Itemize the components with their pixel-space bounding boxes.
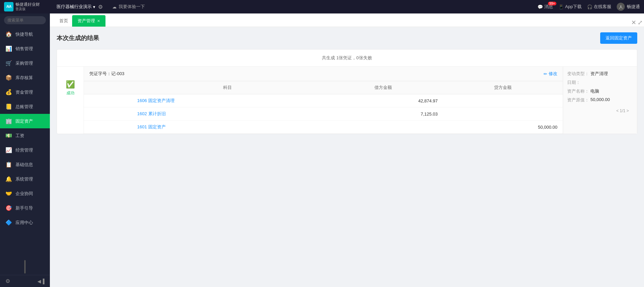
enterprise-icon: 🤝 <box>5 190 12 197</box>
trial-button[interactable]: ☁ 我要体验一下 <box>112 4 145 10</box>
messages-button[interactable]: 💬 消息 99+ <box>538 4 553 10</box>
page-content: 本次生成的结果 返回固定资产 共生成 1张凭证，0张失败 ✅ 成功 <box>50 27 644 287</box>
expand-panel-button[interactable]: ⤢ <box>638 19 643 26</box>
edit-icon: ✏ <box>544 71 547 76</box>
sidebar-item-general-ledger[interactable]: 📒 总账管理 <box>0 99 50 114</box>
chevron-down-icon: ▾ <box>93 4 95 9</box>
operations-icon: 📈 <box>5 147 12 153</box>
collapse-icon[interactable]: ◀▐ <box>37 279 44 284</box>
purchase-icon: 🛒 <box>5 60 12 66</box>
subject-cell-3[interactable]: 1601 固定资产 <box>132 121 323 134</box>
sidebar: 🏠 快捷导航 📊 销售管理 🛒 采购管理 📦 库存核算 💰 资金管理 📒 <box>0 13 50 287</box>
sidebar-scrollbar-thumb <box>24 260 26 274</box>
close-panel-button[interactable]: ✕ <box>631 19 636 26</box>
edit-button[interactable]: ✏ 修改 <box>544 71 557 77</box>
voucher-number: 凭证字号：记-003 <box>89 71 124 77</box>
settings-icon[interactable]: ⚙ <box>98 4 103 10</box>
voucher-header: 凭证字号：记-003 ✏ 修改 <box>84 67 563 81</box>
status-label: 成功 <box>66 90 74 96</box>
field-asset-name: 资产名称： 电脑 <box>567 88 633 94</box>
page-title: 本次生成的结果 <box>57 34 99 42</box>
cloud-icon: ☁ <box>112 4 117 9</box>
voucher-sidebar: 变动类型： 资产清理 日期： 资产名称： 电脑 资产原值： <box>563 67 637 134</box>
table-row: 1602 累计折旧 7,125.03 <box>84 107 563 121</box>
tabbar: 首页 资产管理 ✕ <box>50 13 644 27</box>
tab-close-icon[interactable]: ✕ <box>97 19 100 23</box>
debit-cell-1: 42,874.97 <box>324 94 443 107</box>
user-menu[interactable]: 人 畅捷通 <box>617 3 640 11</box>
sidebar-item-capital[interactable]: 💰 资金管理 <box>0 85 50 99</box>
headset-icon: 🎧 <box>587 4 592 9</box>
sidebar-nav: 🏠 快捷导航 📊 销售管理 🛒 采购管理 📦 库存核算 💰 资金管理 📒 <box>0 27 50 259</box>
company-selector[interactable]: 医疗器械行业演示 ▾ <box>57 4 95 10</box>
tab-asset-mgmt[interactable]: 资产管理 ✕ <box>72 15 105 27</box>
field-change-type: 变动类型： 资产清理 <box>567 71 633 77</box>
table-row: 1606 固定资产清理 42,874.97 <box>84 94 563 107</box>
debit-cell-3 <box>324 121 443 134</box>
sales-icon: 📊 <box>5 45 12 52</box>
system-icon: 🔔 <box>5 176 12 182</box>
voucher-main: 凭证字号：记-003 ✏ 修改 科目 借方金额 <box>84 67 563 134</box>
phone-icon: 📱 <box>558 4 564 9</box>
inventory-icon: 📦 <box>5 74 12 81</box>
status-column: ✅ 成功 <box>57 67 84 134</box>
credit-cell-3: 50,000.00 <box>443 121 563 134</box>
sidebar-item-inventory[interactable]: 📦 库存核算 <box>0 70 50 85</box>
panel-controls: ✕ ⤢ <box>631 19 643 26</box>
sidebar-item-app-center[interactable]: 🔷 应用中心 <box>0 215 50 230</box>
sidebar-item-quick-nav[interactable]: 🏠 快捷导航 <box>0 27 50 41</box>
result-summary: 共生成 1张凭证，0张失败 <box>57 50 637 67</box>
sidebar-item-purchase[interactable]: 🛒 采购管理 <box>0 56 50 70</box>
capital-icon: 💰 <box>5 89 12 95</box>
app-download-button[interactable]: 📱 App下载 <box>558 4 582 10</box>
home-icon: 🏠 <box>5 31 12 37</box>
sidebar-item-sales[interactable]: 📊 销售管理 <box>0 41 50 56</box>
payroll-icon: 💵 <box>5 132 12 139</box>
app-logo: AtA 畅捷通好业财 普及版 <box>4 2 54 11</box>
settings-bottom-icon[interactable]: ⚙ <box>5 278 10 284</box>
table-header-credit: 贷方金额 <box>443 81 563 94</box>
app-center-icon: 🔷 <box>5 219 12 226</box>
topbar-right: 💬 消息 99+ 📱 App下载 🎧 在线客服 人 畅捷通 <box>538 3 640 11</box>
sidebar-item-operations[interactable]: 📈 经营管理 <box>0 143 50 157</box>
building-icon: 🏢 <box>5 118 12 124</box>
tab-home[interactable]: 首页 <box>55 15 72 27</box>
topbar-center: 医疗器械行业演示 ▾ ⚙ ☁ 我要体验一下 <box>54 4 538 10</box>
online-service-button[interactable]: 🎧 在线客服 <box>587 4 611 10</box>
return-button[interactable]: 返回固定资产 <box>600 32 637 44</box>
page-header: 本次生成的结果 返回固定资产 <box>57 32 637 44</box>
subject-cell-1[interactable]: 1606 固定资产清理 <box>132 94 323 107</box>
voucher-table: 科目 借方金额 贷方金额 1606 固定资产清理 42,874.97 <box>84 81 563 134</box>
search-input[interactable] <box>4 16 46 24</box>
sidebar-item-payroll[interactable]: 💵 工资 <box>0 128 50 143</box>
result-panel: 共生成 1张凭证，0张失败 ✅ 成功 凭证字号：记-003 ✏ <box>57 49 637 134</box>
subject-cell-2[interactable]: 1602 累计折旧 <box>132 107 323 121</box>
avatar: 人 <box>617 3 625 11</box>
ledger-icon: 📒 <box>5 103 12 110</box>
debit-cell-2: 7,125.03 <box>324 107 443 121</box>
table-row: 1601 固定资产 50,000.00 <box>84 121 563 134</box>
sidebar-item-system[interactable]: 🔔 系统管理 <box>0 172 50 186</box>
sidebar-item-guide[interactable]: 🎯 新手引导 <box>0 201 50 215</box>
credit-cell-2 <box>443 107 563 121</box>
pagination[interactable]: < 1/1 > <box>567 106 633 116</box>
guide-icon: 🎯 <box>5 205 12 211</box>
logo-text: 畅捷通好业财 <box>16 2 40 7</box>
logo-sub: 普及版 <box>16 7 40 11</box>
content-area: 首页 资产管理 ✕ 本次生成的结果 返回固定资产 共生成 1张凭证，0张失败 <box>50 13 644 287</box>
sidebar-item-enterprise[interactable]: 🤝 企业协同 <box>0 186 50 201</box>
success-icon: ✅ <box>66 80 75 89</box>
table-header-status <box>84 81 132 94</box>
table-header-debit: 借方金额 <box>324 81 443 94</box>
sidebar-bottom: ⚙ ◀▐ <box>0 275 50 287</box>
field-asset-value: 资产原值： 50,000.00 <box>567 97 633 103</box>
topbar: AtA 畅捷通好业财 普及版 医疗器械行业演示 ▾ ⚙ ☁ 我要体验一下 💬 消… <box>0 0 644 13</box>
credit-cell-1 <box>443 94 563 107</box>
sidebar-item-fixed-assets[interactable]: 🏢 固定资产 <box>0 114 50 128</box>
sidebar-item-basic-info[interactable]: 📋 基础信息 <box>0 157 50 172</box>
messages-badge: 99+ <box>548 2 556 5</box>
table-header-subject: 科目 <box>132 81 323 94</box>
field-date: 日期： <box>567 79 633 86</box>
voucher-section: ✅ 成功 凭证字号：记-003 ✏ 修改 <box>57 67 637 134</box>
main-layout: 🏠 快捷导航 📊 销售管理 🛒 采购管理 📦 库存核算 💰 资金管理 📒 <box>0 13 644 287</box>
